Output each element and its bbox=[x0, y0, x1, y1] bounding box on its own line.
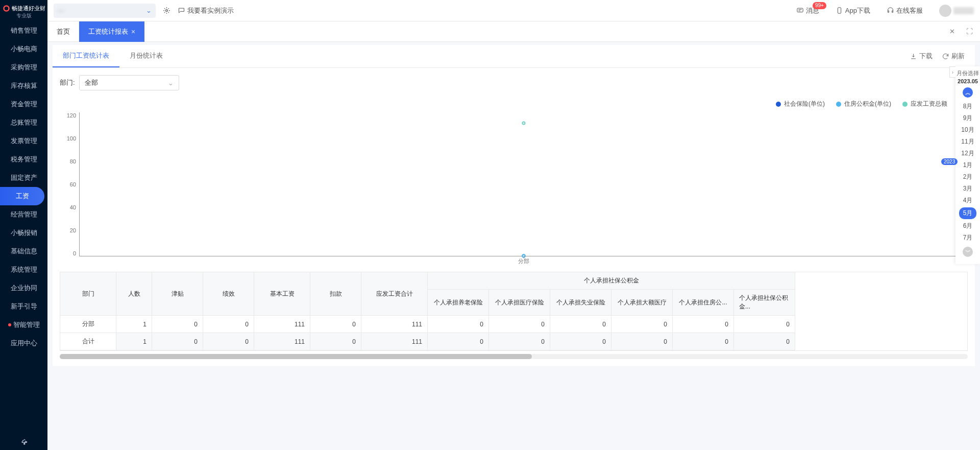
close-all-icon[interactable]: ✕ bbox=[945, 25, 959, 38]
month-item[interactable]: 4月 bbox=[957, 195, 979, 206]
support-button[interactable]: 在线客服 bbox=[887, 6, 923, 15]
sidebar-item-3[interactable]: 库存核算 bbox=[0, 77, 47, 95]
table-cell: 0 bbox=[203, 316, 254, 333]
month-item[interactable]: 10月 bbox=[957, 124, 979, 136]
month-item[interactable]: 2月 bbox=[957, 171, 979, 183]
avatar bbox=[939, 5, 951, 17]
table-cell: 0 bbox=[550, 316, 611, 333]
sidebar-item-13[interactable]: 系统管理 bbox=[0, 260, 47, 279]
table-header: 津贴 bbox=[152, 272, 203, 316]
chevron-down-icon: ⌄ bbox=[168, 79, 174, 87]
month-down-icon[interactable]: ︾ bbox=[963, 247, 973, 257]
close-icon[interactable]: × bbox=[131, 28, 135, 36]
dept-filter-label: 部门: bbox=[60, 78, 75, 87]
table-cell: 0 bbox=[152, 316, 203, 333]
legend-item[interactable]: 住房公积金(单位) bbox=[836, 100, 891, 108]
month-item[interactable]: 6月 bbox=[957, 220, 979, 232]
sidebar-item-5[interactable]: 总账管理 bbox=[0, 113, 47, 132]
download-icon bbox=[910, 53, 917, 60]
month-item[interactable]: 5月 bbox=[959, 207, 977, 219]
table-header: 个人承担住房公... bbox=[673, 290, 734, 316]
table-cell: 111 bbox=[361, 333, 428, 350]
table-cell: 1 bbox=[116, 333, 152, 350]
user-menu[interactable] bbox=[939, 5, 974, 17]
table-cell: 0 bbox=[611, 333, 673, 350]
table-cell: 111 bbox=[254, 316, 310, 333]
headset-icon bbox=[887, 7, 894, 14]
table-cell: 0 bbox=[489, 316, 550, 333]
mobile-icon bbox=[836, 7, 843, 14]
table-header: 扣款 bbox=[310, 272, 361, 316]
month-item[interactable]: 11月 bbox=[957, 136, 979, 148]
subtab-month[interactable]: 月份统计表 bbox=[119, 45, 173, 67]
svg-point-0 bbox=[166, 10, 168, 12]
legend-item[interactable]: 应发工资总额 bbox=[902, 100, 947, 108]
month-item[interactable]: 1月 bbox=[957, 159, 979, 171]
sidebar-item-17[interactable]: 应用中心 bbox=[0, 334, 47, 352]
sidebar-item-4[interactable]: 资金管理 bbox=[0, 95, 47, 113]
year-badge: 2023 bbox=[941, 158, 958, 165]
org-selector[interactable]: — ⌄ bbox=[54, 4, 156, 18]
sidebar-item-14[interactable]: 企业协同 bbox=[0, 279, 47, 297]
tab-salary-report[interactable]: 工资统计报表 × bbox=[79, 21, 144, 42]
table-cell: 0 bbox=[673, 316, 734, 333]
tab-home[interactable]: 首页 bbox=[47, 21, 79, 42]
table-header: 人数 bbox=[116, 272, 152, 316]
sidebar-item-16[interactable]: 智能管理 bbox=[0, 316, 47, 334]
horizontal-scrollbar[interactable] bbox=[60, 354, 968, 359]
sidebar-item-9[interactable]: 工资 bbox=[0, 187, 44, 205]
download-button[interactable]: 下载 bbox=[910, 52, 933, 61]
sidebar-item-1[interactable]: 小畅电商 bbox=[0, 40, 47, 58]
chart: 社会保险(单位) 住房公积金(单位) 应发工资总额 12010080604020… bbox=[53, 98, 975, 271]
sidebar-item-7[interactable]: 税务管理 bbox=[0, 150, 47, 169]
sidebar-item-2[interactable]: 采购管理 bbox=[0, 58, 47, 77]
month-item[interactable]: 9月 bbox=[957, 112, 979, 124]
open-tabs: 首页 工资统计报表 × ✕ ⛶ bbox=[47, 21, 980, 42]
table-cell: 0 bbox=[310, 316, 361, 333]
table-header: 个人承担医疗保险 bbox=[489, 290, 550, 316]
sidebar-item-11[interactable]: 小畅报销 bbox=[0, 224, 47, 242]
table-cell: 111 bbox=[361, 316, 428, 333]
messages-button[interactable]: 消息 99+ bbox=[796, 6, 819, 15]
sidebar-item-10[interactable]: 经营管理 bbox=[0, 205, 47, 224]
app-download-button[interactable]: App下载 bbox=[836, 6, 870, 15]
demo-link[interactable]: 我要看实例演示 bbox=[178, 6, 234, 15]
chevron-down-icon: ⌄ bbox=[146, 7, 152, 14]
month-item[interactable]: 12月 bbox=[957, 148, 979, 159]
month-item[interactable]: 8月 bbox=[957, 101, 979, 112]
legend-item[interactable]: 社会保险(单位) bbox=[776, 100, 825, 108]
sidebar-item-12[interactable]: 基础信息 bbox=[0, 242, 47, 260]
sidebar: 畅捷通好业财 专业版 销售管理小畅电商采购管理库存核算资金管理总账管理发票管理税… bbox=[0, 0, 47, 450]
table-cell: 0 bbox=[734, 316, 795, 333]
brand-logo: 畅捷通好业财 专业版 bbox=[0, 0, 47, 21]
table-cell: 0 bbox=[550, 333, 611, 350]
table-cell: 0 bbox=[489, 333, 550, 350]
dept-filter-select[interactable]: 全部 ⌄ bbox=[79, 75, 179, 90]
refresh-button[interactable]: 刷新 bbox=[942, 52, 965, 61]
data-table: 部门人数津贴绩效基本工资扣款应发工资合计个人承担社保公积金个人承担养老保险个人承… bbox=[53, 271, 975, 366]
table-cell: 0 bbox=[152, 333, 203, 350]
collapse-icon[interactable]: › bbox=[949, 66, 955, 78]
table-header: 个人承担大额医疗 bbox=[611, 290, 673, 316]
table-cell: 0 bbox=[673, 333, 734, 350]
month-picker: › 月份选择 2023.05 ︽ 8月9月10月11月12月1月2月3月4月5月… bbox=[955, 66, 980, 264]
subtab-dept[interactable]: 部门工资统计表 bbox=[53, 45, 119, 67]
month-up-icon[interactable]: ︽ bbox=[963, 87, 973, 98]
message-icon bbox=[796, 7, 804, 14]
sidebar-item-0[interactable]: 销售管理 bbox=[0, 21, 47, 40]
sidebar-item-8[interactable]: 固定资产 bbox=[0, 169, 47, 187]
refresh-icon bbox=[942, 53, 949, 60]
x-axis-label: 分部 bbox=[518, 257, 529, 265]
settings-icon[interactable] bbox=[0, 432, 47, 450]
fullscreen-icon[interactable]: ⛶ bbox=[963, 25, 976, 38]
sidebar-item-6[interactable]: 发票管理 bbox=[0, 132, 47, 150]
sidebar-item-15[interactable]: 新手引导 bbox=[0, 297, 47, 316]
table-cell: 0 bbox=[428, 333, 489, 350]
gear-icon[interactable] bbox=[163, 7, 170, 14]
month-item[interactable]: 7月 bbox=[957, 232, 979, 244]
speech-icon bbox=[178, 7, 185, 14]
month-item[interactable]: 3月 bbox=[957, 183, 979, 195]
table-header-group: 个人承担社保公积金 bbox=[428, 272, 795, 290]
table-header: 部门 bbox=[60, 272, 116, 316]
chart-point[interactable] bbox=[522, 122, 526, 125]
